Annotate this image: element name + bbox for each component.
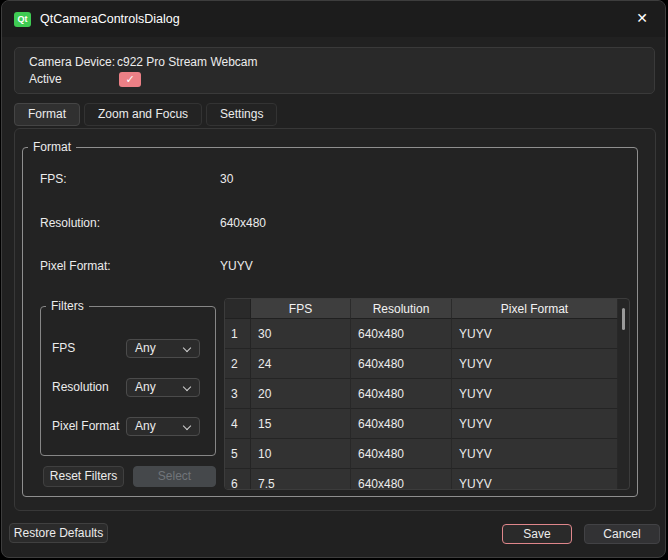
resolution-label: Resolution: [40,216,100,230]
filter-fps-dropdown-value: Any [135,341,156,355]
select-button[interactable]: Select [133,466,216,487]
active-label: Active [29,72,62,86]
chevron-down-icon [183,383,191,391]
column-header-fps[interactable]: FPS [251,299,351,319]
cell[interactable]: YUYV [452,379,618,409]
table-row[interactable]: 2 24 640x480 YUYV [225,349,629,379]
filters-groupbox-title: Filters [46,299,89,313]
cell[interactable]: YUYV [452,409,618,439]
camera-device-value: c922 Pro Stream Webcam [117,55,258,69]
cell[interactable]: YUYV [452,469,618,490]
table-row[interactable]: 1 30 640x480 YUYV [225,319,629,349]
qt-logo-icon: Qt [14,12,31,27]
table-corner-cell [225,299,251,319]
tab-zoom-and-focus[interactable]: Zoom and Focus [84,103,202,126]
cell[interactable]: YUYV [452,349,618,379]
chevron-down-icon [183,422,191,430]
filter-pixel-format-dropdown-value: Any [135,419,156,433]
table-row[interactable]: 5 10 640x480 YUYV [225,439,629,469]
title-bar[interactable]: Qt QtCameraControlsDialog ✕ [2,1,665,37]
cell[interactable]: 640x480 [351,469,452,490]
check-icon: ✓ [125,73,134,85]
close-icon[interactable]: ✕ [619,1,665,37]
dialog-window: Qt QtCameraControlsDialog ✕ Camera Devic… [1,0,666,558]
cell[interactable]: 10 [251,439,351,469]
row-header: 2 [225,349,251,379]
table-header-row: FPS Resolution Pixel Format [225,299,629,319]
cell[interactable]: 20 [251,379,351,409]
row-header: 4 [225,409,251,439]
cell[interactable]: YUYV [452,439,618,469]
format-groupbox-title: Format [28,140,76,154]
column-header-resolution[interactable]: Resolution [351,299,452,319]
cancel-button[interactable]: Cancel [584,524,660,544]
tab-format[interactable]: Format [14,103,80,126]
fps-label: FPS: [40,172,67,186]
cell[interactable]: 7.5 [251,469,351,490]
filter-resolution-dropdown-value: Any [135,380,156,394]
cell[interactable]: 15 [251,409,351,439]
chevron-down-icon [183,344,191,352]
active-checkbox[interactable]: ✓ [119,72,141,87]
table-row[interactable]: 4 15 640x480 YUYV [225,409,629,439]
cell[interactable]: 640x480 [351,319,452,349]
tab-settings[interactable]: Settings [206,103,277,126]
cell[interactable]: 30 [251,319,351,349]
cell[interactable]: 640x480 [351,349,452,379]
cell[interactable]: 640x480 [351,409,452,439]
resolution-value: 640x480 [220,216,266,230]
filter-resolution-label: Resolution [52,380,109,394]
cell[interactable]: 640x480 [351,379,452,409]
column-header-pixel-format[interactable]: Pixel Format [452,299,618,319]
filter-pixel-format-label: Pixel Format [52,419,119,433]
table-row[interactable]: 6 7.5 640x480 YUYV [225,469,629,490]
table-scrollbar[interactable] [622,308,625,330]
cell[interactable]: 640x480 [351,439,452,469]
row-header: 6 [225,469,251,490]
filter-fps-label: FPS [52,341,75,355]
filter-pixel-format-dropdown[interactable]: Any [126,417,200,436]
reset-filters-button[interactable]: Reset Filters [43,466,124,487]
cell[interactable]: 24 [251,349,351,379]
row-header: 1 [225,319,251,349]
formats-table[interactable]: FPS Resolution Pixel Format 1 30 640x480… [224,298,630,490]
row-header: 5 [225,439,251,469]
filter-resolution-dropdown[interactable]: Any [126,378,200,397]
window-title: QtCameraControlsDialog [40,12,180,26]
table-row[interactable]: 3 20 640x480 YUYV [225,379,629,409]
filter-fps-dropdown[interactable]: Any [126,339,200,358]
restore-defaults-button[interactable]: Restore Defaults [9,523,108,543]
camera-device-label: Camera Device: [29,55,115,69]
row-header: 3 [225,379,251,409]
save-button[interactable]: Save [502,524,572,544]
tab-bar: Format Zoom and Focus Settings [14,103,277,126]
fps-value: 30 [220,172,233,186]
pixel-format-label: Pixel Format: [40,259,111,273]
pixel-format-value: YUYV [220,259,253,273]
cell[interactable]: YUYV [452,319,618,349]
